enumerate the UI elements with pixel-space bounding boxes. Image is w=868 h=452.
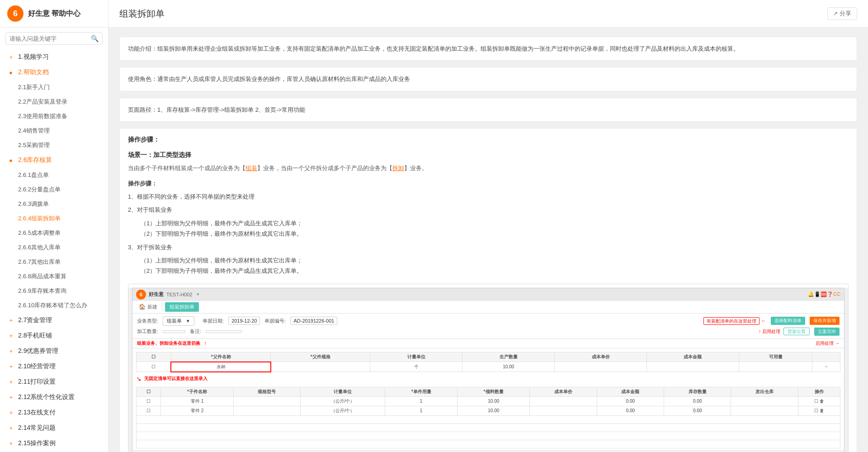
sidebar-item-purchase[interactable]: 2.5采购管理	[0, 138, 108, 152]
mock-qty-label: 加工数量:	[137, 328, 158, 335]
mock-th-totalcost: 成本金额	[647, 352, 739, 362]
sidebar-item-costadj[interactable]: 2.6.5成本调整单	[0, 226, 108, 240]
sidebar-item-inventory[interactable]: ● 2.6库存核算	[0, 152, 108, 168]
sidebar-item-settings[interactable]: ＋ 2.12系统个性化设置	[0, 390, 108, 405]
path-text: 页面路径：1、库存核算->库存管理->组装拆卸单 2、首页->常用功能	[128, 106, 305, 113]
sidebar: 6 好生意 帮助中心 🔍 ＋ 1.视频学习 ● 2.帮助文档 2.1新手入门 2…	[0, 0, 108, 452]
plus-icon-cases: ＋	[7, 440, 14, 447]
mock-lth-tcost: 成本金额	[597, 387, 664, 396]
mock-lth-warehouse: 发出仓库	[731, 387, 798, 396]
mock-td-unit1: 个	[370, 362, 462, 372]
scenario1-title: 场景一：加工类型选择	[128, 151, 849, 159]
sidebar-item-stockcheck[interactable]: 2.6.9库存账本查询	[0, 284, 108, 298]
share-button[interactable]: ↗ 分享	[827, 7, 857, 20]
mock-dropdown: ▾	[197, 291, 199, 297]
sidebar-item-coupon[interactable]: ＋ 2.9优惠券管理	[0, 343, 108, 359]
plus-icon-print: ＋	[7, 378, 14, 385]
mock-ltd-empty3	[137, 415, 840, 423]
scenario1-desc: 当由多个子件材料组装成一个成品的业务为【组装】业务，当由一个父件拆分成多个子产品…	[128, 163, 849, 173]
sidebar-item-print[interactable]: ＋ 2.11打印设置	[0, 374, 108, 390]
mock-th-ops	[812, 352, 840, 362]
sidebar-item-cases[interactable]: ＋ 2.15操作案例	[0, 436, 108, 451]
minus-icon-inventory: ●	[7, 157, 14, 164]
mock-upper-table: ☐ *父件名称 *父件规格 计量单位 生产数量 成本单价 成本金额 可用量	[132, 348, 844, 374]
sidebar-item-capital[interactable]: ＋ 2.7资金管理	[0, 313, 108, 328]
sidebar-item-sales[interactable]: 2.4销售管理	[0, 124, 108, 138]
step-2-2: （2）下部明细为子件明细，最终作为原材料生成其它出库单。	[128, 228, 849, 239]
mock-form-label3: 单据编号:	[264, 318, 286, 324]
mock-form-date: 2019-12-20	[228, 317, 260, 325]
operations-title: 操作步骤：	[128, 136, 849, 144]
mock-th-spec: *父件规格	[271, 352, 370, 362]
search-box[interactable]: 🔍	[5, 32, 103, 45]
assembly-highlight: 组装	[245, 165, 257, 171]
mock-td-tcost1	[647, 362, 739, 372]
mock-lower-annotation-row: ↘ 无固定清单可以直接在这里录入	[132, 374, 844, 383]
sidebar-item-payment[interactable]: ＋ 2.13在线支付	[0, 405, 108, 420]
content-area: 功能介绍：组装拆卸单用来处理企业组装或拆卸等加工业务，支持有固定装配清单的产品加…	[108, 28, 868, 452]
mock-ltd-check2: ☐	[137, 406, 161, 415]
mock-ltd-name2: 零件 2	[161, 406, 233, 415]
sidebar-item-otheroutbound[interactable]: 2.6.7其他出库单	[0, 255, 108, 269]
plus-icon-coupon: ＋	[7, 347, 14, 355]
sidebar-item-videos[interactable]: ＋ 1.视频学习	[0, 49, 108, 65]
share-icon: ↗	[833, 10, 838, 17]
mock-lower-row6	[137, 440, 840, 448]
sidebar-item-stockcount[interactable]: 2.6.1盘点单	[0, 168, 108, 182]
sidebar-item-goodscost[interactable]: 2.6.8商品成本重算	[0, 269, 108, 284]
steps-title: 操作步骤：	[128, 178, 849, 189]
mock-lth-unit: 计量单位	[301, 387, 385, 396]
search-icon[interactable]: 🔍	[91, 35, 99, 42]
search-input[interactable]	[9, 35, 91, 42]
mock-ltd-check1: ☐	[137, 396, 161, 406]
sidebar-item-adjust[interactable]: 2.6.3调拨单	[0, 197, 108, 211]
sidebar-item-ops[interactable]: ＋ 2.10经营管理	[0, 359, 108, 374]
sidebar-item-splitcount[interactable]: 2.6.2分量盘点单	[0, 182, 108, 197]
sidebar-item-predata[interactable]: 2.3使用前数据准备	[0, 109, 108, 124]
mock-form-number: AD-20191226-001	[290, 317, 337, 325]
mock-ltd-stock2: 0.00	[664, 406, 731, 415]
mock-lth-ops: 操作	[798, 387, 840, 396]
plus-icon-capital: ＋	[7, 317, 14, 324]
sidebar-item-faq[interactable]: ＋ 2.14常见问题	[0, 420, 108, 436]
sidebar-item-otherinbound[interactable]: 2.6.6其他入库单	[0, 240, 108, 255]
mock-ltd-spec1	[233, 396, 300, 406]
minus-icon-docs: ●	[7, 69, 14, 76]
function-text: 功能介绍：组装拆卸单用来处理企业组装或拆卸等加工业务，支持有固定装配清单的产品加…	[128, 45, 739, 52]
mock-browser: 6 好生意 TEST-H002 ▾ 🔔📱🆘❓CC 🏠 新建	[132, 288, 844, 452]
mock-status-bar: 合计 $9.00 0.06 0.00 0.00 合计	[132, 450, 844, 452]
sidebar-item-docs[interactable]: ● 2.帮助文档	[0, 65, 108, 80]
plus-icon: ＋	[7, 53, 14, 61]
mock-td-check1: ☐	[137, 362, 171, 372]
main-header: 组装拆卸单 ↗ 分享	[108, 0, 868, 28]
mock-ltd-wh1	[731, 396, 798, 406]
sidebar-item-install[interactable]: 2.2产品安装及登录	[0, 95, 108, 109]
sidebar-item-assembly[interactable]: 2.6.4组装拆卸单	[0, 211, 108, 226]
mock-th-item: *父件名称	[171, 352, 270, 362]
mock-icons-right: 🔔📱🆘❓CC	[808, 291, 840, 297]
mock-ltd-empty4	[137, 423, 840, 432]
plus-icon-ops: ＋	[7, 363, 14, 370]
sidebar-item-videos-label: 1.视频学习	[18, 53, 49, 61]
sidebar-item-mobile[interactable]: ＋ 2.8手机旺铺	[0, 328, 108, 343]
role-card: 使用角色：通常由生产人员或库管人员完成拆装业务的操作，库管人员确认原材料的出库和…	[119, 67, 857, 91]
page-title: 组装拆卸单	[119, 8, 165, 20]
mock-ltd-per2: 1	[385, 406, 458, 415]
step-3-1: （1）上部明细为父件明细，最终作为原材料生成其它出库单；	[128, 255, 849, 266]
plus-icon-faq: ＋	[7, 424, 14, 432]
plus-icon-settings: ＋	[7, 394, 14, 401]
app-logo: 6	[7, 5, 24, 22]
sidebar-item-newbie[interactable]: 2.1新手入门	[0, 80, 108, 95]
mock-td-spec1	[271, 362, 370, 372]
mock-upper-row1: ☐ 水杯 个 10.00 +	[137, 362, 840, 372]
screenshot-container: 6 好生意 TEST-H002 ▾ 🔔📱🆘❓CC 🏠 新建	[128, 284, 849, 452]
mock-th-qty: 生产数量	[462, 352, 555, 362]
mock-home-icon: 🏠	[139, 304, 146, 310]
sidebar-item-stockerr[interactable]: 2.6.10库存账本错了怎么办	[0, 298, 108, 313]
mock-th-checkbox: ☐	[137, 352, 171, 362]
mock-select-btn: 选择配料清单	[771, 317, 805, 325]
mock-lth-per: *单件用量	[385, 387, 458, 396]
mock-lower-row1: ☐ 零件 1 （公斤/个） 1 10.00 0.00 0.00	[137, 396, 840, 406]
share-label: 分享	[840, 10, 851, 18]
mock-save-btn: 保存并新增	[810, 317, 840, 325]
